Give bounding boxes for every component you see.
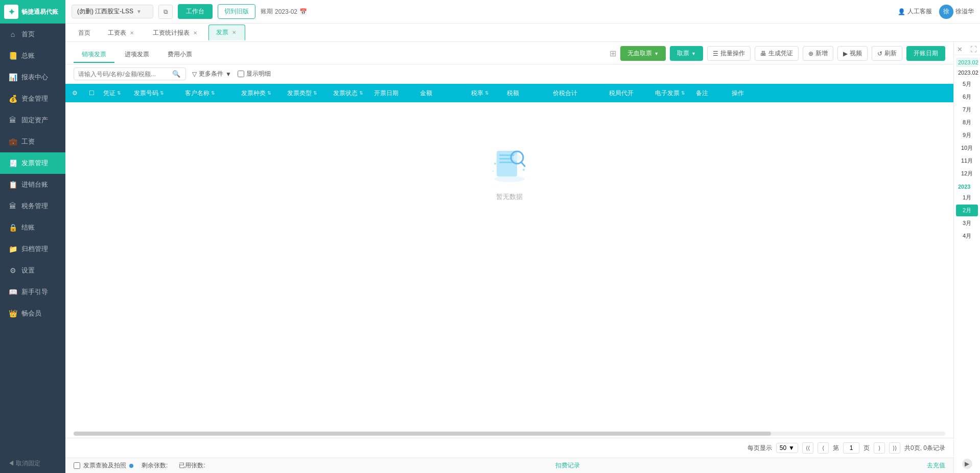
th-inv-type: 发票种类 ⇅ bbox=[237, 89, 283, 98]
tab-payroll-stats[interactable]: 工资统计报表 ✕ bbox=[145, 25, 206, 40]
gen-voucher-btn[interactable]: 🖶 生成凭证 bbox=[755, 46, 799, 61]
table-header: ⚙ ☐ 凭证 ⇅ 发票号码 ⇅ 客户名称 ⇅ 发票种类 ⇅ bbox=[65, 84, 953, 102]
copy-icon: ⧉ bbox=[164, 8, 168, 15]
show-detail-checkbox-label[interactable]: 显示明细 bbox=[238, 70, 271, 78]
rp-expand-button[interactable]: ⛶ bbox=[970, 46, 977, 53]
svg-point-10 bbox=[493, 171, 494, 172]
per-page-select[interactable]: 50 ▼ bbox=[776, 443, 798, 453]
open-date-btn[interactable]: 开账日期 bbox=[906, 46, 945, 61]
filter-icon: ▽ bbox=[192, 71, 197, 78]
page-suffix-label: 页 bbox=[864, 444, 870, 453]
unpin-button[interactable]: ◀ 取消固定 bbox=[0, 454, 65, 473]
rp-month-2023-1[interactable]: 1月 bbox=[956, 192, 978, 204]
sidebar-label-funds: 资金管理 bbox=[21, 94, 48, 103]
sort-inv-category-icon[interactable]: ⇅ bbox=[313, 91, 317, 96]
more-filters-button[interactable]: ▽ 更多条件 ▼ bbox=[192, 70, 231, 78]
sidebar-item-settings[interactable]: ⚙ 设置 bbox=[0, 260, 65, 281]
sidebar-item-tax[interactable]: 🏛 税务管理 bbox=[0, 195, 65, 217]
page-number-input[interactable] bbox=[843, 442, 859, 454]
sub-tab-purchase-invoice[interactable]: 进项发票 bbox=[116, 47, 157, 63]
rp-close-button[interactable]: ✕ bbox=[957, 46, 963, 53]
rp-month-9[interactable]: 9月 bbox=[956, 129, 978, 141]
tab-payroll-stats-close[interactable]: ✕ bbox=[192, 29, 199, 36]
next-page-btn[interactable]: ⟩ bbox=[874, 442, 885, 454]
rp-month-5[interactable]: 5月 bbox=[956, 78, 978, 90]
sidebar-item-funds[interactable]: 💰 资金管理 bbox=[0, 88, 65, 109]
rp-month-6[interactable]: 6月 bbox=[956, 91, 978, 103]
rp-month-10[interactable]: 10月 bbox=[956, 142, 978, 154]
sort-tax-rate-icon[interactable]: ⇅ bbox=[485, 91, 489, 96]
search-input[interactable] bbox=[78, 71, 170, 78]
tab-payroll-table-close[interactable]: ✕ bbox=[128, 29, 135, 36]
rp-month-7[interactable]: 7月 bbox=[956, 104, 978, 116]
batch-ops-btn[interactable]: ☰ 批量操作 bbox=[707, 46, 751, 61]
prev-page-btn[interactable]: ⟨ bbox=[818, 442, 829, 454]
sub-tab-sales-invoice[interactable]: 销项发票 bbox=[74, 47, 114, 63]
first-page-btn[interactable]: ⟨⟨ bbox=[802, 442, 813, 454]
last-page-btn[interactable]: ⟩⟩ bbox=[889, 442, 900, 454]
th-settings[interactable]: ⚙ bbox=[65, 89, 84, 97]
sort-inv-status-icon[interactable]: ⇅ bbox=[359, 91, 363, 96]
show-detail-checkbox[interactable] bbox=[238, 71, 244, 77]
service-icon: 👤 bbox=[898, 8, 905, 15]
switch-version-button[interactable]: 切到旧版 bbox=[218, 4, 255, 19]
customer-service-btn[interactable]: 👤 人工客服 bbox=[898, 7, 932, 16]
sidebar-item-invoice[interactable]: 🧾 发票管理 bbox=[0, 152, 65, 174]
rp-month-8[interactable]: 8月 bbox=[956, 117, 978, 128]
table-settings-icon[interactable]: ⊞ bbox=[610, 49, 616, 58]
empty-text: 暂无数据 bbox=[496, 192, 523, 201]
take-invoice-btn[interactable]: 取票 ▼ bbox=[670, 46, 703, 61]
rp-period-2023-02-2[interactable]: 2023.02 bbox=[956, 68, 978, 77]
tab-invoice-close[interactable]: ✕ bbox=[230, 29, 238, 36]
sidebar-item-ledger[interactable]: 📒 总账 bbox=[0, 45, 65, 66]
sort-voucher-icon[interactable]: ⇅ bbox=[117, 91, 121, 96]
sidebar-item-vip[interactable]: 👑 畅会员 bbox=[0, 303, 65, 324]
copy-button[interactable]: ⧉ bbox=[158, 5, 173, 19]
rp-month-12[interactable]: 12月 bbox=[956, 168, 978, 179]
tab-home[interactable]: 首页 bbox=[71, 25, 98, 40]
th-action: 操作 bbox=[728, 89, 758, 98]
sidebar-item-fixed-assets[interactable]: 🏛 固定资产 bbox=[0, 109, 65, 131]
sort-inv-type-icon[interactable]: ⇅ bbox=[267, 91, 271, 96]
refresh-btn[interactable]: ↺ 刷新 bbox=[872, 46, 902, 61]
sub-tab-expense-receipt[interactable]: 费用小票 bbox=[159, 47, 200, 63]
rp-month-2023-4[interactable]: 4月 bbox=[956, 230, 978, 242]
company-selector[interactable]: (勿删) 江西股宝-LSS ▼ bbox=[72, 5, 153, 18]
th-amount: 金额 bbox=[416, 89, 467, 98]
sidebar-item-payroll[interactable]: 💼 工资 bbox=[0, 131, 65, 152]
sort-e-invoice-icon[interactable]: ⇅ bbox=[681, 91, 685, 96]
search-icon[interactable]: 🔍 bbox=[172, 70, 180, 78]
user-avatar-area[interactable]: 徐 徐溢华 bbox=[939, 5, 974, 19]
calendar-icon[interactable]: 📅 bbox=[299, 8, 307, 15]
rp-month-2023-3[interactable]: 3月 bbox=[956, 217, 978, 229]
video-btn[interactable]: ▶ 视频 bbox=[837, 46, 868, 61]
sidebar-item-guide[interactable]: 📖 新手引导 bbox=[0, 281, 65, 303]
recharge-link[interactable]: 去充值 bbox=[927, 461, 945, 470]
sort-customer-icon[interactable]: ⇅ bbox=[211, 91, 215, 96]
horizontal-scrollbar[interactable] bbox=[74, 432, 945, 436]
sidebar-item-archive[interactable]: 📁 归档管理 bbox=[0, 238, 65, 260]
rp-collapse-button[interactable]: ▶ bbox=[962, 459, 972, 469]
sidebar-item-reports[interactable]: 📊 报表中心 bbox=[0, 66, 65, 88]
sidebar-item-home[interactable]: ⌂ 首页 bbox=[0, 24, 65, 45]
scroll-thumb[interactable] bbox=[74, 432, 771, 436]
tab-invoice[interactable]: 发票 ✕ bbox=[208, 25, 245, 40]
rp-month-2023-2[interactable]: 2月 bbox=[956, 205, 978, 216]
tab-payroll-table[interactable]: 工资表 ✕ bbox=[100, 25, 143, 40]
new-invoice-btn[interactable]: ⊕ 新增 bbox=[803, 46, 833, 61]
rp-month-11[interactable]: 11月 bbox=[956, 155, 978, 167]
sort-invoice-no-icon[interactable]: ⇅ bbox=[160, 91, 164, 96]
th-check[interactable]: ☐ bbox=[84, 89, 99, 97]
footer-check-checkbox[interactable] bbox=[74, 462, 80, 469]
sidebar-item-sales[interactable]: 📋 进销台账 bbox=[0, 174, 65, 195]
main-area: (勿删) 江西股宝-LSS ▼ ⧉ 工作台 切到旧版 账期 2023-02 📅 … bbox=[65, 0, 980, 473]
sidebar-label-payroll: 工资 bbox=[21, 137, 35, 146]
rp-year-2023-label[interactable]: 2023 bbox=[954, 182, 980, 191]
tab-invoice-label: 发票 bbox=[216, 28, 228, 37]
deduction-record-link[interactable]: 扣费记录 bbox=[555, 461, 580, 470]
no-invoice-btn[interactable]: 无血取票 ▼ bbox=[620, 46, 666, 61]
workspace-button[interactable]: 工作台 bbox=[178, 4, 213, 19]
sidebar-item-closing[interactable]: 🔒 结账 bbox=[0, 217, 65, 238]
invoice-icon: 🧾 bbox=[8, 159, 17, 167]
rp-period-2023-02-1[interactable]: 2023.02 bbox=[956, 58, 978, 67]
